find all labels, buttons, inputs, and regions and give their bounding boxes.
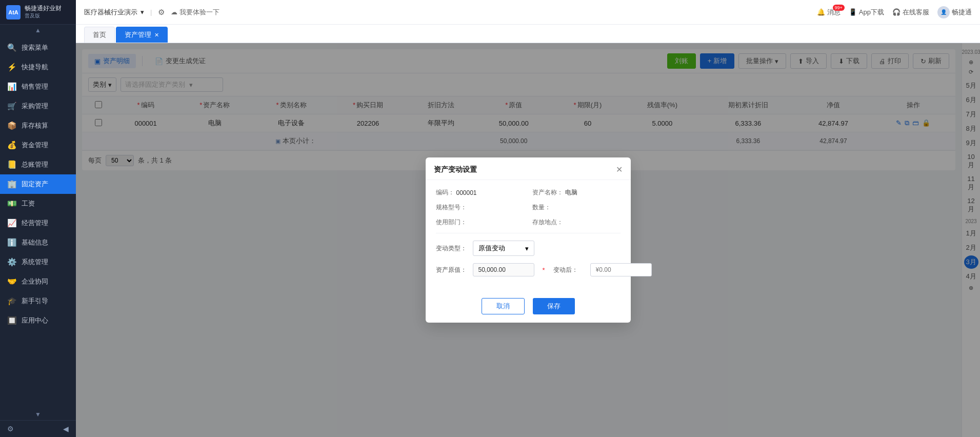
sidebar-item-inventory[interactable]: 📦 库存核算 [0, 116, 76, 135]
dialog-close-icon[interactable]: ✕ [616, 165, 623, 174]
tab-asset-management[interactable]: 资产管理 ✕ [116, 27, 168, 43]
notify-button[interactable]: 🔔 消息 99+ [817, 8, 841, 17]
dialog-field-code: 编码： 000001 [436, 188, 524, 197]
app-download-button[interactable]: 📱 App下载 [849, 8, 884, 17]
dialog-field-dept: 使用部门： [436, 218, 524, 227]
value-row: 资产原值： * 变动后： [436, 263, 621, 276]
change-type-select[interactable]: 原值变动 ▾ [473, 241, 534, 256]
save-button[interactable]: 保存 [533, 298, 575, 314]
company-selector[interactable]: 医疗器械行业演示 ▾ [84, 8, 144, 17]
cloud-icon: ☁ [171, 8, 177, 16]
settings-icon[interactable]: ⚙ [7, 425, 14, 433]
dialog-footer: 取消 保存 [426, 292, 631, 323]
sidebar-item-basic-info[interactable]: ℹ️ 基础信息 [0, 233, 76, 252]
sidebar-bottom: ⚙ ◀ [0, 420, 76, 437]
sidebar-label-guide: 新手引导 [22, 296, 48, 306]
sidebar-item-sales[interactable]: 📊 销售管理 [0, 77, 76, 96]
sidebar-label-search: 搜索菜单 [22, 43, 48, 52]
sidebar-label-purchase: 采购管理 [22, 102, 48, 111]
dialog-divider [436, 233, 621, 233]
sidebar-header: AtA 畅捷通好业财 普及版 [0, 0, 76, 25]
sidebar-item-guide[interactable]: 🎓 新手引导 [0, 291, 76, 311]
sidebar-label-basic-info: 基础信息 [22, 238, 48, 247]
name-value: 电脑 [565, 188, 577, 197]
sidebar-item-payroll[interactable]: 💵 工资 [0, 194, 76, 213]
app-center-icon: 🔲 [7, 316, 16, 325]
change-type-label: 变动类型： [436, 244, 467, 253]
sidebar-nav: 🔍 搜索菜单 ⚡ 快捷导航 📊 销售管理 🛒 采购管理 📦 库存核算 💰 资金管… [0, 36, 76, 409]
after-label: 变动后： [553, 266, 584, 274]
try-experience[interactable]: ☁ 我要体验一下 [171, 8, 219, 17]
sidebar-item-ledger[interactable]: 📒 总账管理 [0, 155, 76, 174]
sidebar-label-fixed-assets: 固定资产 [22, 180, 48, 189]
dialog-info-row-2: 规格型号： 数量： [436, 203, 621, 212]
finance-icon: 💰 [7, 141, 16, 150]
sidebar-scroll-up[interactable]: ▲ [0, 25, 76, 36]
dialog-body: 编码： 000001 资产名称： 电脑 规格型号： [426, 180, 631, 292]
dialog-info-row-3: 使用部门： 存放地点： [436, 218, 621, 227]
dialog-header: 资产变动设置 ✕ [426, 157, 631, 180]
required-star: * [543, 266, 545, 274]
ledger-icon: 📒 [7, 160, 16, 169]
operations-icon: 📈 [7, 218, 16, 228]
sidebar-item-quick-nav[interactable]: ⚡ 快捷导航 [0, 57, 76, 77]
qty-label: 数量： [532, 203, 551, 212]
after-value-input[interactable] [590, 263, 652, 276]
sidebar-label-operations: 经营管理 [22, 218, 48, 228]
sidebar-label-collab: 企业协同 [22, 277, 48, 286]
modal-overlay: 资产变动设置 ✕ 编码： 000001 资产名称： 电脑 [76, 43, 980, 437]
name-label: 资产名称： [532, 188, 563, 197]
spec-label: 规格型号： [436, 203, 467, 212]
sidebar-item-purchase[interactable]: 🛒 采购管理 [0, 96, 76, 116]
tab-home-label: 首页 [93, 30, 106, 39]
inventory-icon: 📦 [7, 121, 16, 130]
code-label: 编码： [436, 188, 454, 197]
change-type-value: 原值变动 [478, 244, 505, 253]
change-type-row: 变动类型： 原值变动 ▾ [436, 241, 621, 256]
tab-home[interactable]: 首页 [84, 27, 115, 43]
phone-icon: 📱 [849, 8, 857, 16]
content-area: ▣ 资产明细 📄 变更生成凭证 刘账 + 新增 批量操作 [76, 43, 980, 437]
user-profile[interactable]: 👤 畅捷通 [937, 6, 972, 18]
sidebar-item-system[interactable]: ⚙️ 系统管理 [0, 252, 76, 272]
code-value: 000001 [456, 189, 477, 196]
original-value-input[interactable] [473, 263, 534, 276]
tab-close-icon[interactable]: ✕ [154, 32, 159, 38]
fixed-assets-icon: 🏢 [7, 180, 16, 189]
topbar-separator: | [150, 8, 152, 16]
tabbar: 首页 资产管理 ✕ [76, 25, 980, 43]
service-button[interactable]: 🎧 在线客服 [892, 8, 929, 17]
dialog-field-qty: 数量： [532, 203, 621, 212]
location-label: 存放地点： [532, 218, 563, 227]
dialog-info-row-1: 编码： 000001 资产名称： 电脑 [436, 188, 621, 197]
sidebar-item-operations[interactable]: 📈 经营管理 [0, 213, 76, 233]
collapse-icon[interactable]: ◀ [63, 425, 69, 433]
try-label: 我要体验一下 [179, 8, 219, 17]
settings-gear-icon[interactable]: ⚙ [158, 8, 165, 17]
search-icon: 🔍 [7, 43, 16, 52]
sidebar-item-search[interactable]: 🔍 搜索菜单 [0, 38, 76, 57]
asset-change-dialog: 资产变动设置 ✕ 编码： 000001 资产名称： 电脑 [426, 157, 631, 323]
notify-badge: 99+ [833, 5, 845, 11]
sidebar-scroll-down[interactable]: ▼ [0, 409, 76, 420]
company-name: 医疗器械行业演示 [84, 8, 137, 17]
change-type-dropdown-icon: ▾ [525, 245, 529, 252]
sidebar-item-collab[interactable]: 🤝 企业协同 [0, 272, 76, 291]
sidebar-item-finance[interactable]: 💰 资金管理 [0, 135, 76, 155]
cancel-button[interactable]: 取消 [482, 298, 525, 314]
sales-icon: 📊 [7, 82, 16, 91]
sidebar-item-app-center[interactable]: 🔲 应用中心 [0, 311, 76, 330]
topbar: 医疗器械行业演示 ▾ | ⚙ ☁ 我要体验一下 🔔 消息 99+ 📱 App下载… [76, 0, 980, 25]
sidebar-label-app-center: 应用中心 [22, 316, 48, 325]
sidebar: AtA 畅捷通好业财 普及版 ▲ 🔍 搜索菜单 ⚡ 快捷导航 📊 销售管理 🛒 … [0, 0, 76, 437]
system-icon: ⚙️ [7, 257, 16, 267]
dialog-field-name: 资产名称： 电脑 [532, 188, 621, 197]
sidebar-item-fixed-assets[interactable]: 🏢 固定资产 [0, 174, 76, 194]
sidebar-label-quick-nav: 快捷导航 [22, 63, 48, 72]
dialog-title: 资产变动设置 [434, 165, 477, 174]
sidebar-label-payroll: 工资 [22, 199, 35, 208]
username: 畅捷通 [952, 8, 972, 17]
basic-info-icon: ℹ️ [7, 238, 16, 247]
avatar: 👤 [937, 6, 950, 18]
sidebar-label-finance: 资金管理 [22, 141, 48, 150]
